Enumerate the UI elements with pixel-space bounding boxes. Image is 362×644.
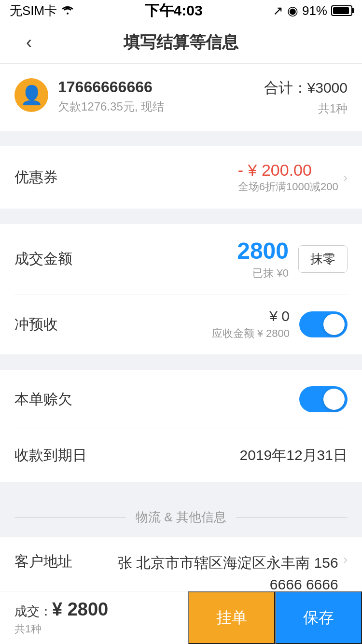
- charge-info: ¥ 0 应收金额 ¥ 2800: [212, 308, 290, 341]
- customer-total: 合计：¥3000: [264, 78, 348, 98]
- debit-row: 本单赊欠: [14, 370, 348, 429]
- customer-count: 共1种: [264, 101, 348, 116]
- amount-erased: 已抹 ¥0: [237, 266, 289, 280]
- debit-toggle[interactable]: [299, 386, 348, 412]
- total-label: 合计：: [264, 80, 307, 96]
- no-sim-label: 无SIM卡: [10, 2, 57, 19]
- amount-right: 2800 已抹 ¥0 抹零: [237, 238, 348, 280]
- coupon-info: - ¥ 200.00 全场6折满1000减200: [238, 161, 338, 194]
- save-button[interactable]: 保存: [275, 591, 362, 644]
- logistics-line-right: [236, 517, 348, 518]
- avatar: 👤: [14, 78, 48, 112]
- divider-1: [0, 139, 362, 146]
- customer-phone: 17666666666: [58, 78, 164, 96]
- due-date-label: 收款到期日: [14, 446, 87, 465]
- customer-info: 17666666666 欠款1276.35元, 现结: [58, 78, 164, 114]
- main-content: 👤 17666666666 欠款1276.35元, 现结 合计：¥3000 共1…: [0, 64, 362, 644]
- divider-4: [0, 490, 362, 497]
- location-icon: ↗: [273, 3, 283, 18]
- charge-row: 冲预收 ¥ 0 应收金额 ¥ 2800: [14, 294, 348, 354]
- charge-toggle[interactable]: [299, 311, 348, 337]
- bottom-deal-line: 成交：¥ 2800: [14, 599, 174, 620]
- due-date-value: 2019年12月31日: [240, 446, 348, 465]
- charge-label: 冲预收: [14, 315, 58, 335]
- coupon-label: 优惠券: [14, 168, 58, 187]
- status-left: 无SIM卡: [10, 2, 74, 19]
- bottom-count: 共1种: [14, 622, 174, 636]
- status-right: ↗ ◉ 91%: [273, 3, 352, 18]
- wifi-icon: [61, 3, 74, 18]
- amount-label: 成交金额: [14, 249, 72, 269]
- customer-debt: 欠款1276.35元, 现结: [58, 99, 164, 114]
- address-right: 张 北京市市辖区海淀区永丰南 156 6666 6666 ›: [82, 552, 348, 595]
- battery-icon: [331, 5, 352, 16]
- customer-right: 合计：¥3000 共1种: [264, 78, 348, 116]
- amount-info: 2800 已抹 ¥0: [237, 238, 289, 280]
- avatar-icon: 👤: [20, 84, 43, 106]
- bottom-deal-price: ¥ 2800: [52, 599, 108, 619]
- debit-toggle-knob: [323, 389, 345, 410]
- coupon-discount: - ¥ 200.00: [238, 161, 338, 180]
- address-text: 张 北京市市辖区海淀区永丰南 156 6666 6666: [97, 552, 338, 595]
- coupon-right: - ¥ 200.00 全场6折满1000减200 ›: [238, 161, 348, 194]
- bottom-summary: 成交：¥ 2800 共1种: [0, 591, 188, 644]
- customer-left: 👤 17666666666 欠款1276.35元, 现结: [14, 78, 164, 114]
- due-date-container: 2019年12月31日: [240, 446, 348, 465]
- coupon-chevron-icon: ›: [343, 170, 348, 185]
- logistics-header: 物流 & 其他信息: [0, 497, 362, 537]
- debit-label: 本单赊欠: [14, 390, 72, 409]
- logistics-line-left: [14, 517, 126, 518]
- divider-2: [0, 216, 362, 224]
- coupon-desc: 全场6折满1000减200: [238, 180, 338, 194]
- customer-card: 👤 17666666666 欠款1276.35元, 现结 合计：¥3000 共1…: [0, 64, 362, 131]
- battery-percent: 91%: [302, 3, 327, 18]
- hang-button[interactable]: 挂单: [188, 591, 275, 644]
- logistics-title: 物流 & 其他信息: [136, 509, 226, 526]
- page-title: 填写结算等信息: [124, 31, 238, 54]
- charge-amount: ¥ 0: [269, 308, 290, 324]
- nav-bar: ‹ 填写结算等信息: [0, 21, 362, 64]
- round-button[interactable]: 抹零: [298, 245, 348, 273]
- bottom-deal-label: 成交：: [14, 604, 52, 618]
- toggle-knob: [323, 314, 345, 335]
- bottom-bar: 成交：¥ 2800 共1种 挂单 保存: [0, 591, 362, 644]
- amount-row: 成交金额 2800 已抹 ¥0 抹零: [14, 224, 348, 294]
- status-time: 下午4:03: [145, 1, 203, 21]
- amount-section: 成交金额 2800 已抹 ¥0 抹零 冲预收 ¥ 0 应收金额 ¥ 2800: [0, 224, 362, 354]
- due-date-row: 收款到期日 2019年12月31日: [14, 429, 348, 482]
- divider-3: [0, 362, 362, 370]
- charge-right: ¥ 0 应收金额 ¥ 2800: [212, 308, 348, 341]
- total-value: ¥3000: [307, 80, 348, 96]
- back-button[interactable]: ‹: [14, 28, 43, 57]
- amount-value: 2800: [237, 238, 289, 264]
- debit-section: 本单赊欠 收款到期日 2019年12月31日: [0, 370, 362, 482]
- status-bar: 无SIM卡 下午4:03 ↗ ◉ 91%: [0, 0, 362, 21]
- address-label: 客户地址: [14, 552, 72, 572]
- coupon-row[interactable]: 优惠券 - ¥ 200.00 全场6折满1000减200 ›: [0, 146, 362, 209]
- alarm-icon: ◉: [287, 3, 298, 18]
- charge-receivable: 应收金额 ¥ 2800: [212, 326, 290, 341]
- address-chevron-icon: ›: [343, 552, 348, 567]
